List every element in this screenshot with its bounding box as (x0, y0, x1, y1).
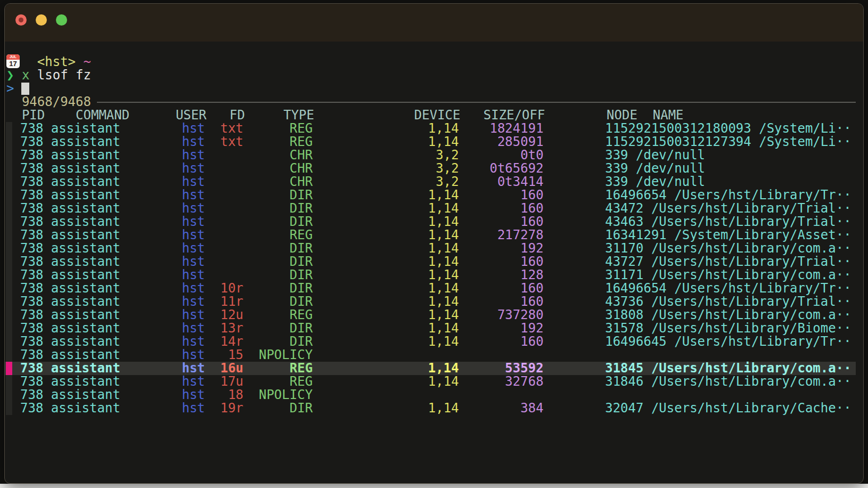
cell-node_name: 339 /dev/null (544, 148, 705, 162)
cell-type: DIR (243, 401, 313, 416)
lsof-row[interactable]: 738 assistant hst 12u REG 1,14 737280 31… (5, 308, 856, 322)
cell-node_name: 43472 /Users/hst/Library/Trial·· (544, 201, 851, 216)
cell-pid: 738 (20, 321, 43, 336)
cell-size_off: 0t0 (459, 148, 544, 162)
fzf-query-line[interactable]: > (5, 82, 863, 95)
lsof-row[interactable]: 738 assistant hst DIR 1,14 160 43463 /Us… (5, 215, 856, 229)
cell-type: DIR (243, 241, 313, 256)
pointer-gutter (6, 308, 12, 322)
cell-type: REG (243, 374, 313, 389)
cell-pid: 738 (20, 387, 43, 402)
cell-user: hst (182, 374, 204, 389)
column-headers: PID COMMAND USER FD TYPE DEVICE SIZE/OFF… (5, 109, 863, 122)
lsof-row[interactable]: 738 assistant hst 17u REG 1,14 32768 318… (5, 375, 856, 388)
cell-size_off: 160 (459, 188, 544, 202)
cell-node_name: 1152921500312127394 /System/Li·· (544, 134, 851, 149)
cell-user: hst (182, 361, 204, 376)
cell-fd (205, 254, 243, 269)
cell-size_off: 192 (459, 241, 544, 256)
lsof-row[interactable]: 738 assistant hst CHR 3,2 0t3414 339 /de… (5, 175, 856, 189)
pointer-gutter (6, 229, 12, 242)
lsof-row[interactable]: 738 assistant hst 15 NPOLICY (5, 348, 856, 362)
cell-node_name: 16496654 /Users/hst/Library/Tr·· (544, 188, 851, 202)
cell-type: DIR (243, 214, 313, 229)
lsof-row[interactable]: 738 assistant hst REG 1,14 217278 163412… (5, 229, 856, 242)
cell-fd: 12u (205, 307, 243, 322)
cell-type: REG (243, 134, 313, 149)
lsof-row[interactable]: 738 assistant hst 18 NPOLICY (5, 388, 856, 402)
cell-command: assistant (43, 387, 182, 402)
lsof-row[interactable]: 738 assistant hst DIR 1,14 128 31171 /Us… (5, 269, 856, 282)
cell-command: assistant (43, 134, 182, 149)
cell-type: REG (243, 227, 313, 242)
terminal-window: JUL 17 <hst> ~ ❯ x lsof fz > 9468/9468 P… (4, 3, 864, 484)
lsof-row[interactable]: 738 assistant hst DIR 1,14 160 43472 /Us… (5, 202, 856, 215)
cell-node_name: 31845 /Users/hst/Library/com.a·· (544, 361, 851, 376)
cell-command: assistant (43, 334, 182, 349)
cell-size_off: 217278 (459, 227, 544, 242)
cell-fd (205, 188, 243, 202)
cell-device: 1,14 (313, 281, 459, 296)
cell-fd: 15 (205, 347, 243, 362)
cell-command: assistant (43, 188, 182, 202)
cell-pid: 738 (20, 134, 43, 149)
cell-user: hst (182, 121, 204, 136)
lsof-row[interactable]: 738 assistant hst txt REG 1,14 285091 11… (5, 135, 856, 149)
lsof-row[interactable]: 738 assistant hst 11r DIR 1,14 160 43736… (5, 295, 856, 308)
lsof-row[interactable]: 738 assistant hst 14r DIR 1,14 160 16496… (5, 335, 856, 348)
cell-fd: 14r (205, 334, 243, 349)
cell-device: 3,2 (313, 174, 459, 189)
cell-fd (205, 214, 243, 229)
cell-node_name: 31808 /Users/hst/Library/com.a·· (544, 307, 851, 322)
cell-device: 1,14 (313, 374, 459, 389)
cell-node_name: 43727 /Users/hst/Library/Trial·· (544, 254, 851, 269)
cell-device: 1,14 (313, 361, 459, 376)
cell-device: 1,14 (313, 134, 459, 149)
cell-command: assistant (43, 148, 182, 162)
lsof-row[interactable]: 738 assistant hst CHR 3,2 0t0 339 /dev/n… (5, 149, 856, 162)
pointer-gutter (6, 175, 12, 189)
pointer-gutter (6, 202, 12, 215)
cell-node_name: 31846 /Users/hst/Library/com.a·· (544, 374, 851, 389)
lsof-row[interactable]: 738 assistant hst 19r DIR 1,14 384 32047… (5, 402, 856, 415)
pointer-gutter (6, 375, 12, 388)
lsof-row[interactable]: 738 assistant hst 13r DIR 1,14 192 31578… (5, 322, 856, 335)
lsof-row[interactable]: 738 assistant hst CHR 3,2 0t65692 339 /d… (5, 162, 856, 175)
cell-device: 1,14 (313, 334, 459, 349)
cell-fd (205, 267, 243, 282)
cell-size_off: 0t3414 (459, 174, 544, 189)
cell-size_off: 192 (459, 321, 544, 336)
cell-type: CHR (243, 161, 313, 176)
cell-pid: 738 (20, 214, 43, 229)
lsof-row-selected[interactable]: 738 assistant hst 16u REG 1,14 53592 318… (5, 362, 856, 375)
cell-type: NPOLICY (243, 387, 313, 402)
cell-pid: 738 (20, 307, 43, 322)
cell-user: hst (182, 387, 204, 402)
fzf-prompt: > (6, 81, 14, 96)
cell-command: assistant (43, 401, 182, 416)
cell-size_off (459, 387, 544, 402)
calendar-month: JUL (6, 54, 20, 60)
lsof-row[interactable]: 738 assistant hst DIR 1,14 160 43727 /Us… (5, 255, 856, 269)
cell-user: hst (182, 294, 204, 309)
lsof-row[interactable]: 738 assistant hst txt REG 1,14 1824191 1… (5, 122, 856, 135)
cell-type: DIR (243, 254, 313, 269)
cell-type: DIR (243, 294, 313, 309)
pointer-gutter (6, 162, 12, 175)
cell-user: hst (182, 174, 204, 189)
calendar-day: 17 (6, 60, 20, 68)
cell-user: hst (182, 214, 204, 229)
pointer-gutter (6, 335, 12, 348)
cell-size_off: 160 (459, 254, 544, 269)
pointer-gutter (6, 348, 12, 362)
lsof-row[interactable]: 738 assistant hst DIR 1,14 160 16496654 … (5, 189, 856, 202)
cell-node_name: 339 /dev/null (544, 161, 705, 176)
cell-size_off: 128 (459, 267, 544, 282)
cell-user: hst (182, 254, 204, 269)
cell-node_name: 1152921500312180093 /System/Li·· (544, 121, 851, 136)
cell-size_off: 285091 (459, 134, 544, 149)
cell-device: 1,14 (313, 201, 459, 216)
cell-pid: 738 (20, 201, 43, 216)
lsof-row[interactable]: 738 assistant hst 10r DIR 1,14 160 16496… (5, 282, 856, 295)
lsof-row[interactable]: 738 assistant hst DIR 1,14 192 31170 /Us… (5, 242, 856, 255)
